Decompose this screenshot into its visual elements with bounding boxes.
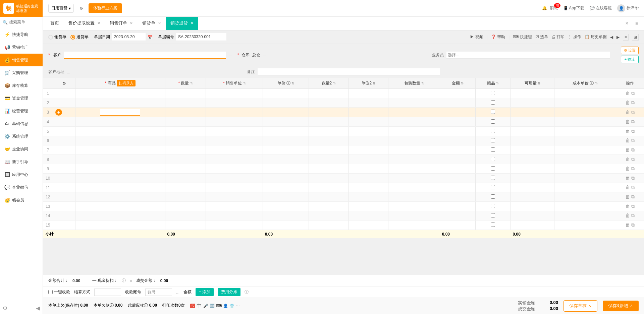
data-cell[interactable] [165, 211, 206, 221]
data-cell[interactable] [165, 117, 206, 127]
available-cell[interactable] [511, 145, 554, 155]
data-cell[interactable] [309, 145, 348, 155]
sidebar-item-wechat[interactable]: 💬 企业微信 [0, 181, 43, 194]
data-cell[interactable] [206, 145, 263, 155]
cost-price-cell[interactable] [554, 202, 616, 211]
delete-icon[interactable]: 🗑 [625, 128, 630, 134]
available-cell[interactable] [511, 211, 554, 221]
date-input[interactable] [112, 33, 146, 41]
available-cell[interactable] [511, 127, 554, 136]
customer-input[interactable] [64, 52, 226, 59]
delete-icon[interactable]: 🗑 [625, 203, 630, 209]
fee-help-icon[interactable]: ⓘ [245, 289, 249, 295]
data-cell[interactable] [165, 108, 206, 117]
data-cell[interactable] [263, 183, 309, 192]
data-cell[interactable] [165, 164, 206, 174]
unit2-sort-icon[interactable]: ⇅ [373, 81, 375, 85]
data-cell[interactable] [263, 98, 309, 108]
data-cell[interactable] [165, 98, 206, 108]
product-cell[interactable] [75, 183, 165, 192]
remark-input[interactable] [258, 68, 440, 75]
tab-home[interactable]: 首页 [46, 17, 64, 30]
data-cell[interactable] [165, 202, 206, 211]
data-cell[interactable] [263, 164, 309, 174]
data-cell[interactable] [309, 155, 348, 164]
data-cell[interactable] [440, 89, 475, 98]
user-icon-bottom[interactable]: 👤 [223, 304, 228, 308]
pack-sort-icon[interactable]: ⇅ [421, 81, 424, 85]
delete-icon[interactable]: 🗑 [625, 175, 630, 181]
data-cell[interactable] [206, 155, 263, 164]
data-cell[interactable] [440, 192, 475, 202]
data-cell[interactable] [206, 221, 263, 230]
available-cell[interactable] [511, 164, 554, 174]
account-input[interactable] [145, 289, 172, 296]
sidebar-item-purchase[interactable]: 🛒 采购管理 [0, 66, 43, 79]
data-cell[interactable] [440, 108, 475, 117]
data-cell[interactable] [388, 98, 440, 108]
online-service-btn[interactable]: 💬 在线客服 [590, 5, 612, 11]
copy-icon[interactable]: ⧉ [631, 100, 635, 106]
delete-icon[interactable]: 🗑 [625, 166, 630, 172]
delete-icon[interactable]: 🗑 [625, 213, 630, 218]
data-cell[interactable] [440, 221, 475, 230]
cost-price-cell[interactable] [554, 136, 616, 145]
available-cell[interactable] [511, 174, 554, 183]
radio-return[interactable]: 退货单 [70, 34, 89, 40]
tab-close-sales-return[interactable]: ✕ [191, 21, 194, 25]
delete-icon[interactable]: 🗑 [625, 138, 630, 143]
data-cell[interactable] [263, 136, 309, 145]
copy-icon[interactable]: ⧉ [631, 175, 635, 181]
gift-checkbox[interactable] [491, 138, 495, 142]
question-icon[interactable]: ⓘ [122, 278, 126, 284]
data-cell[interactable] [348, 183, 388, 192]
gift-checkbox[interactable] [491, 91, 495, 95]
product-cell[interactable] [75, 155, 165, 164]
shirt-icon[interactable]: 👕 [229, 304, 234, 308]
cost-price-cell[interactable] [554, 127, 616, 136]
help-btn[interactable]: ❓ 帮助 [491, 34, 505, 40]
sidebar-item-marketing[interactable]: 📢 营销推广 [0, 41, 43, 54]
cost-price-cell[interactable] [554, 211, 616, 221]
fee-split-button[interactable]: 费用分摊 [218, 288, 240, 296]
price-sort-icon[interactable]: ⇅ [291, 81, 294, 85]
next-record-btn[interactable]: ▶ [616, 35, 620, 40]
data-cell[interactable] [206, 174, 263, 183]
cost-price-cell[interactable] [554, 108, 616, 117]
data-cell[interactable] [309, 136, 348, 145]
product-cell[interactable] [75, 98, 165, 108]
delete-icon[interactable]: 🗑 [625, 147, 630, 153]
tab-sales[interactable]: 销货单 ✕ [138, 17, 166, 30]
copy-icon[interactable]: ⧉ [631, 213, 635, 218]
product-cell[interactable] [75, 136, 165, 145]
data-cell[interactable] [263, 89, 309, 98]
unit-sort-icon[interactable]: ⇅ [243, 81, 246, 85]
delete-icon[interactable]: 🗑 [625, 194, 630, 200]
data-cell[interactable] [263, 202, 309, 211]
data-cell[interactable] [165, 145, 206, 155]
one-click-checkbox[interactable] [48, 290, 53, 294]
tab-price-extract[interactable]: 售价提取设置 ✕ [64, 17, 105, 30]
one-click-payment-label[interactable]: 一键收款 [48, 289, 70, 295]
data-cell[interactable] [388, 127, 440, 136]
product-cell[interactable] [75, 202, 165, 211]
data-cell[interactable] [348, 98, 388, 108]
video-btn[interactable]: ▶ 视频 [470, 34, 483, 40]
data-cell[interactable] [263, 117, 309, 127]
list-view-btn[interactable]: ≡ [623, 34, 629, 41]
select-btn[interactable]: ☑ 选单 [535, 34, 548, 40]
amount-sort-icon[interactable]: ⇅ [461, 81, 464, 85]
copy-icon[interactable]: ⧉ [631, 194, 635, 200]
data-cell[interactable] [309, 98, 348, 108]
data-cell[interactable] [165, 155, 206, 164]
qty-sort-icon[interactable]: ⇅ [190, 81, 193, 85]
tab-sales-order[interactable]: 销售订单 ✕ [105, 17, 138, 30]
mic-icon[interactable]: 🎤 [203, 304, 208, 308]
data-cell[interactable] [309, 108, 348, 117]
data-cell[interactable] [165, 127, 206, 136]
data-cell[interactable] [388, 108, 440, 117]
data-cell[interactable] [348, 136, 388, 145]
bill-input[interactable] [176, 33, 226, 41]
data-cell[interactable] [263, 221, 309, 230]
gift-checkbox[interactable] [491, 119, 495, 124]
